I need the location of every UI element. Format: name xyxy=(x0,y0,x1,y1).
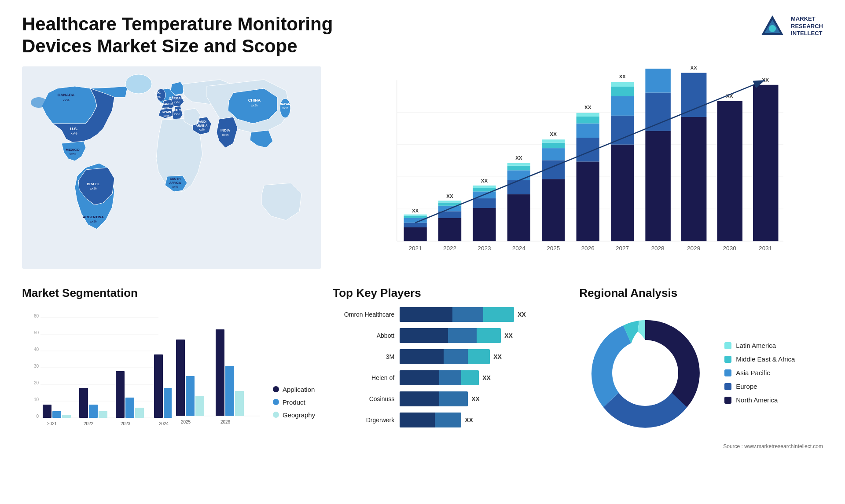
source-text: Source : www.marketresearchintellect.com xyxy=(579,443,823,449)
donut-chart xyxy=(579,307,711,439)
svg-text:2025: 2025 xyxy=(547,245,560,252)
svg-rect-128 xyxy=(62,415,71,418)
player-row-abbott: Abbott XX xyxy=(333,328,562,343)
top-section: CANADA xx% U.S. xx% MEXICO xx% BRAZIL xx… xyxy=(22,66,823,269)
svg-text:MEXICO: MEXICO xyxy=(66,148,80,152)
svg-text:xx%: xx% xyxy=(70,131,77,135)
segmentation-section: Market Segmentation 0 10 20 30 40 50 60 xyxy=(22,286,315,449)
bar-chart-container: XX XX XX xyxy=(339,66,823,269)
svg-text:XX: XX xyxy=(690,66,697,70)
svg-text:XX: XX xyxy=(515,155,522,161)
seg-chart-area: 0 10 20 30 40 50 60 xyxy=(22,307,315,432)
svg-text:xx%: xx% xyxy=(174,101,180,104)
svg-text:XX: XX xyxy=(762,77,769,82)
svg-rect-58 xyxy=(473,208,496,241)
svg-text:2022: 2022 xyxy=(84,421,94,426)
svg-rect-127 xyxy=(52,411,61,418)
svg-rect-146 xyxy=(216,329,224,416)
player-name-omron: Omron Healthcare xyxy=(333,311,394,318)
svg-rect-86 xyxy=(611,82,634,86)
svg-text:XX: XX xyxy=(550,131,557,137)
svg-text:XX: XX xyxy=(481,178,488,183)
svg-rect-52 xyxy=(438,218,461,241)
svg-rect-82 xyxy=(611,145,634,241)
map-container: CANADA xx% U.S. xx% MEXICO xx% BRAZIL xx… xyxy=(22,66,321,269)
label-europe: Europe xyxy=(736,383,757,390)
player-bar-abbott: XX xyxy=(400,328,562,343)
svg-text:xx%: xx% xyxy=(174,113,180,116)
svg-point-4 xyxy=(31,97,47,108)
svg-rect-147 xyxy=(225,366,234,416)
player-name-abbott: Abbott xyxy=(333,332,394,339)
svg-text:XX: XX xyxy=(412,208,419,213)
player-bar-drgerwerk: XX xyxy=(400,413,562,427)
player-bar-3m: XX xyxy=(400,349,562,364)
player-name-helen: Helen of xyxy=(333,374,394,381)
svg-text:XX: XX xyxy=(654,66,661,67)
color-north-america xyxy=(724,397,731,404)
svg-point-151 xyxy=(612,340,678,406)
svg-text:2023: 2023 xyxy=(478,245,491,252)
seg-chart-svg-2: 2025 2026 xyxy=(172,307,260,430)
player-label-3m: XX xyxy=(493,353,502,360)
svg-text:2024: 2024 xyxy=(512,245,526,252)
svg-rect-89 xyxy=(645,92,671,131)
svg-text:xx%: xx% xyxy=(62,98,69,102)
svg-rect-148 xyxy=(235,391,244,416)
regional-title: Regional Analysis xyxy=(579,286,823,300)
svg-text:xx%: xx% xyxy=(172,185,178,188)
segmentation-title: Market Segmentation xyxy=(22,286,315,300)
svg-rect-47 xyxy=(404,223,427,227)
logo-text: MARKET RESEARCH INTELLECT xyxy=(791,15,823,38)
svg-text:XX: XX xyxy=(619,74,626,79)
svg-text:INDIA: INDIA xyxy=(220,128,230,132)
page-title: Healthcare Temperature Monitoring Device… xyxy=(22,13,374,58)
svg-rect-70 xyxy=(542,179,565,241)
svg-text:xx%: xx% xyxy=(163,114,169,117)
svg-text:2024: 2024 xyxy=(159,421,169,426)
svg-rect-129 xyxy=(79,388,88,418)
svg-rect-144 xyxy=(195,396,204,416)
svg-rect-72 xyxy=(542,148,565,160)
color-latin-america xyxy=(724,342,731,349)
svg-rect-83 xyxy=(611,116,634,145)
player-name-cosinuss: Cosinuss xyxy=(333,395,394,402)
seg-chart-svg: 0 10 20 30 40 50 60 xyxy=(22,309,172,432)
svg-text:10: 10 xyxy=(34,397,39,402)
player-row-cosinuss: Cosinuss XX xyxy=(333,391,562,406)
player-label-cosinuss: XX xyxy=(471,395,480,402)
svg-text:xx%: xx% xyxy=(198,128,204,131)
svg-rect-131 xyxy=(99,411,107,418)
label-north-america: North America xyxy=(736,396,778,404)
legend-item-geography: Geography xyxy=(273,411,315,419)
player-row-helen: Helen of XX xyxy=(333,370,562,385)
player-bar-omron: XX xyxy=(400,307,562,322)
svg-rect-93 xyxy=(681,73,707,117)
legend-north-america: North America xyxy=(724,396,795,404)
svg-text:U.K.: U.K. xyxy=(154,91,161,94)
svg-text:xx%: xx% xyxy=(154,95,160,99)
svg-text:xx%: xx% xyxy=(69,152,76,156)
svg-text:20: 20 xyxy=(34,380,39,385)
legend-label-application: Application xyxy=(283,386,315,393)
svg-text:xx%: xx% xyxy=(90,219,96,223)
svg-rect-78 xyxy=(577,123,599,137)
svg-rect-65 xyxy=(507,180,530,194)
svg-rect-48 xyxy=(404,218,427,223)
svg-rect-67 xyxy=(507,166,530,170)
svg-text:BRAZIL: BRAZIL xyxy=(87,182,99,186)
svg-text:2028: 2028 xyxy=(651,245,664,252)
svg-text:xx%: xx% xyxy=(222,133,228,137)
svg-text:SOUTH: SOUTH xyxy=(170,177,181,180)
svg-text:U.S.: U.S. xyxy=(70,127,78,131)
world-map: CANADA xx% U.S. xx% MEXICO xx% BRAZIL xx… xyxy=(22,66,321,269)
player-bar-helen: XX xyxy=(400,370,562,385)
svg-rect-97 xyxy=(753,85,779,241)
svg-text:2031: 2031 xyxy=(759,245,772,252)
svg-rect-133 xyxy=(125,398,134,418)
regional-section: Regional Analysis xyxy=(579,286,823,449)
svg-rect-66 xyxy=(507,170,530,180)
svg-rect-130 xyxy=(89,405,98,418)
svg-text:SAUDI: SAUDI xyxy=(197,120,206,123)
svg-rect-64 xyxy=(507,194,530,241)
